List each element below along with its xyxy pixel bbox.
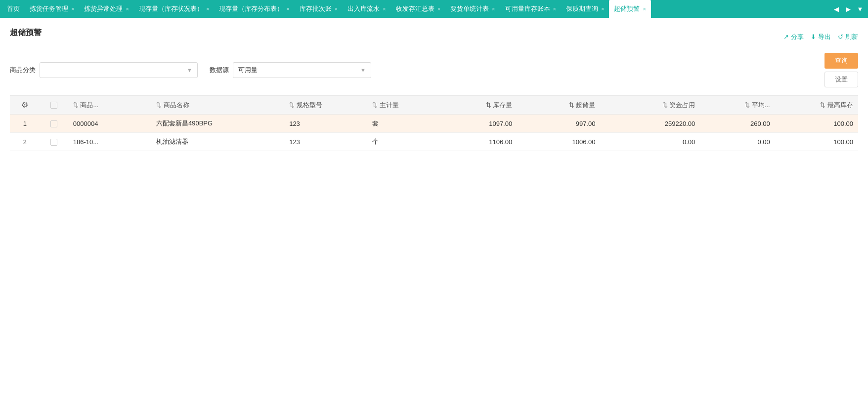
- nav-close-icon[interactable]: ×: [553, 6, 556, 12]
- nav-item-label: 拣货任务管理: [30, 4, 68, 13]
- col-header-over-stock[interactable]: ⇅ 超储量: [517, 96, 600, 115]
- refresh-icon: ↺: [838, 33, 843, 40]
- query-button[interactable]: 查询: [825, 53, 858, 69]
- page-title: 超储预警: [10, 28, 42, 38]
- row-capital-use: 259220.00: [600, 115, 700, 133]
- row-stock: 1097.00: [434, 115, 517, 133]
- nav-item-5[interactable]: 库存批次账×: [295, 0, 343, 18]
- nav-item-6[interactable]: 出入库流水×: [343, 0, 391, 18]
- select-all-checkbox[interactable]: [50, 102, 57, 109]
- nav-item-label: 超储预警: [614, 4, 640, 13]
- nav-item-label: 拣货异常处理: [84, 4, 123, 13]
- nav-close-icon[interactable]: ×: [335, 6, 338, 12]
- row-product-name: 机油滤清器: [151, 133, 284, 151]
- row-max-stock: 100.00: [775, 133, 858, 151]
- table-header-row: ⚙ ⇅ 商品... ⇅ 商品名称 ⇅ 规格型号 ⇅ 主计量 ⇅ 库存量: [10, 96, 858, 115]
- nav-item-8[interactable]: 要货单统计表×: [445, 0, 500, 18]
- nav-item-label: 出入库流水: [347, 4, 380, 13]
- row-product-name: 六配套新昌490BPG: [151, 115, 284, 133]
- row-num: 1: [10, 115, 40, 133]
- nav-item-2[interactable]: 拣货异常处理×: [79, 0, 133, 18]
- nav-item-label: 现存量（库存分布表）: [219, 4, 283, 13]
- nav-item-label: 库存批次账: [300, 4, 332, 13]
- nav-close-icon[interactable]: ×: [71, 6, 74, 12]
- category-label: 商品分类: [10, 66, 36, 75]
- row-checkbox-cell: [40, 115, 68, 133]
- col-header-capital-use[interactable]: ⇅ 资金占用: [600, 96, 700, 115]
- nav-item-3[interactable]: 现存量（库存状况表）×: [134, 0, 214, 18]
- nav-close-icon[interactable]: ×: [206, 6, 209, 12]
- export-icon: ⬇: [811, 33, 816, 40]
- row-spec: 123: [284, 133, 367, 151]
- nav-close-icon[interactable]: ×: [286, 6, 289, 12]
- row-checkbox[interactable]: [50, 120, 57, 127]
- nav-more-arrow[interactable]: ▼: [854, 0, 866, 18]
- row-avg: 0.00: [700, 133, 775, 151]
- nav-item-4[interactable]: 现存量（库存分布表）×: [214, 0, 294, 18]
- datasource-filter-group: 数据源 可用量 ▼: [210, 62, 371, 78]
- nav-close-icon[interactable]: ×: [643, 6, 646, 12]
- col-header-unit[interactable]: ⇅ 主计量: [367, 96, 434, 115]
- checkbox-column-header: [40, 96, 68, 115]
- nav-item-7[interactable]: 收发存汇总表×: [391, 0, 445, 18]
- category-filter-group: 商品分类 ▼: [10, 62, 198, 78]
- settings-button[interactable]: 设置: [825, 72, 858, 87]
- row-over-stock: 997.00: [517, 115, 600, 133]
- nav-item-11[interactable]: 超储预警×: [609, 0, 651, 18]
- nav-item-9[interactable]: 可用量库存账本×: [500, 0, 561, 18]
- share-button[interactable]: ↗ 分享: [783, 33, 804, 41]
- data-table: ⚙ ⇅ 商品... ⇅ 商品名称 ⇅ 规格型号 ⇅ 主计量 ⇅ 库存量: [10, 95, 858, 151]
- row-unit: 套: [367, 115, 434, 133]
- col-header-stock[interactable]: ⇅ 库存量: [434, 96, 517, 115]
- row-product-id: 0000004: [68, 115, 151, 133]
- table-row: 1 0000004 六配套新昌490BPG 123 套 1097.00 997.…: [10, 115, 858, 133]
- datasource-select[interactable]: 可用量 ▼: [233, 62, 371, 78]
- datasource-chevron-icon: ▼: [360, 67, 366, 73]
- nav-item-label: 首页: [7, 4, 20, 13]
- datasource-label: 数据源: [210, 66, 229, 75]
- nav-item-0[interactable]: 首页: [2, 0, 25, 18]
- settings-column-header[interactable]: ⚙: [10, 96, 40, 115]
- nav-close-icon[interactable]: ×: [126, 6, 129, 12]
- row-product-id: 186-10...: [68, 133, 151, 151]
- row-stock: 1106.00: [434, 133, 517, 151]
- nav-item-label: 可用量库存账本: [505, 4, 550, 13]
- row-max-stock: 100.00: [775, 115, 858, 133]
- nav-prev-arrow[interactable]: ◀: [830, 0, 842, 18]
- row-avg: 260.00: [700, 115, 775, 133]
- category-chevron-icon: ▼: [187, 67, 192, 73]
- category-select[interactable]: ▼: [40, 62, 198, 78]
- nav-next-arrow[interactable]: ▶: [842, 0, 854, 18]
- category-select-value: [45, 67, 47, 74]
- nav-close-icon[interactable]: ×: [601, 6, 604, 12]
- row-over-stock: 1006.00: [517, 133, 600, 151]
- datasource-select-value: 可用量: [238, 66, 258, 75]
- share-icon: ↗: [783, 33, 789, 40]
- nav-item-label: 现存量（库存状况表）: [139, 4, 203, 13]
- nav-close-icon[interactable]: ×: [383, 6, 386, 12]
- nav-item-10[interactable]: 保质期查询×: [561, 0, 609, 18]
- row-checkbox[interactable]: [50, 139, 57, 146]
- col-header-product-name[interactable]: ⇅ 商品名称: [151, 96, 284, 115]
- top-nav: 首页拣货任务管理×拣货异常处理×现存量（库存状况表）×现存量（库存分布表）×库存…: [0, 0, 868, 18]
- nav-item-label: 保质期查询: [566, 4, 598, 13]
- row-spec: 123: [284, 115, 367, 133]
- row-capital-use: 0.00: [600, 133, 700, 151]
- nav-item-label: 收发存汇总表: [396, 4, 434, 13]
- table-row: 2 186-10... 机油滤清器 123 个 1106.00 1006.00 …: [10, 133, 858, 151]
- row-unit: 个: [367, 133, 434, 151]
- filter-row: 商品分类 ▼ 数据源 可用量 ▼ 查询 设置: [10, 53, 858, 87]
- nav-close-icon[interactable]: ×: [437, 6, 440, 12]
- nav-item-1[interactable]: 拣货任务管理×: [25, 0, 79, 18]
- nav-close-icon[interactable]: ×: [492, 6, 495, 12]
- refresh-button[interactable]: ↺ 刷新: [838, 33, 858, 41]
- col-header-product-id[interactable]: ⇅ 商品...: [68, 96, 151, 115]
- col-header-avg[interactable]: ⇅ 平均...: [700, 96, 775, 115]
- row-checkbox-cell: [40, 133, 68, 151]
- col-header-spec[interactable]: ⇅ 规格型号: [284, 96, 367, 115]
- col-header-max-stock[interactable]: ⇅ 最高库存: [775, 96, 858, 115]
- export-button[interactable]: ⬇ 导出: [811, 33, 831, 41]
- row-num: 2: [10, 133, 40, 151]
- nav-item-label: 要货单统计表: [450, 4, 489, 13]
